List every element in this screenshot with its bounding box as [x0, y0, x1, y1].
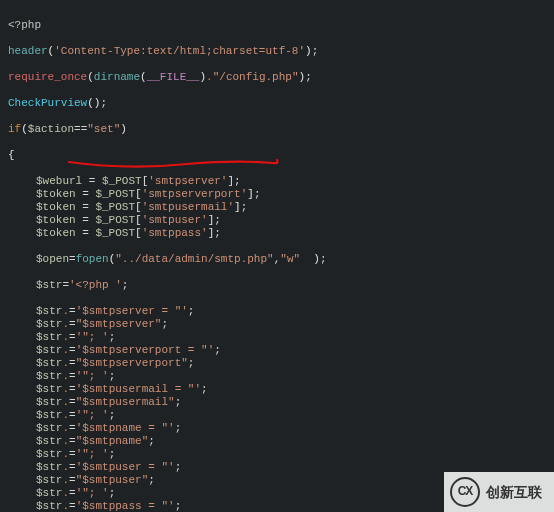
code-line: $str.='$smtpusermail = "';	[8, 383, 554, 396]
code-line: $str.='$smtpserverport = "';	[8, 344, 554, 357]
code-line: <?php	[8, 19, 554, 32]
code-line: $str.="$smtpserverport";	[8, 357, 554, 370]
code-line: $str='<?php ';	[8, 279, 554, 292]
code-line: $str.='"; ';	[8, 448, 554, 461]
code-line: $token = $_POST['smtppass'];	[8, 227, 554, 240]
code-line: {	[8, 149, 554, 162]
code-line: $token = $_POST['smtpusermail'];	[8, 201, 554, 214]
watermark-text: 创新互联	[486, 486, 542, 499]
code-editor: <?php header('Content-Type:text/html;cha…	[0, 0, 554, 512]
code-line: $str.='$smtpname = "';	[8, 422, 554, 435]
code-line: $str.='$smtpserver = "';	[8, 305, 554, 318]
code-line: $str.='"; ';	[8, 331, 554, 344]
code-line: $str.="$smtpusermail";	[8, 396, 554, 409]
code-line: $token = $_POST['smtpuser'];	[8, 214, 554, 227]
code-line: $open=fopen("../data/admin/smtp.php","w"…	[8, 253, 554, 266]
code-line: $str.="$smtpname";	[8, 435, 554, 448]
code-line: if($action=="set")	[8, 123, 554, 136]
watermark: CX 创新互联	[444, 472, 554, 512]
code-line: $str.='"; ';	[8, 370, 554, 383]
code-line: $str.='"; ';	[8, 409, 554, 422]
code-line: $str.="$smtpserver";	[8, 318, 554, 331]
code-line: header('Content-Type:text/html;charset=u…	[8, 45, 554, 58]
logo-icon: CX	[450, 477, 480, 507]
code-line: $token = $_POST['smtpserverport'];	[8, 188, 554, 201]
code-line: $weburl = $_POST['smtpserver'];	[8, 175, 554, 188]
code-line: require_once(dirname(__FILE__)."/config.…	[8, 71, 554, 84]
code-line: CheckPurview();	[8, 97, 554, 110]
